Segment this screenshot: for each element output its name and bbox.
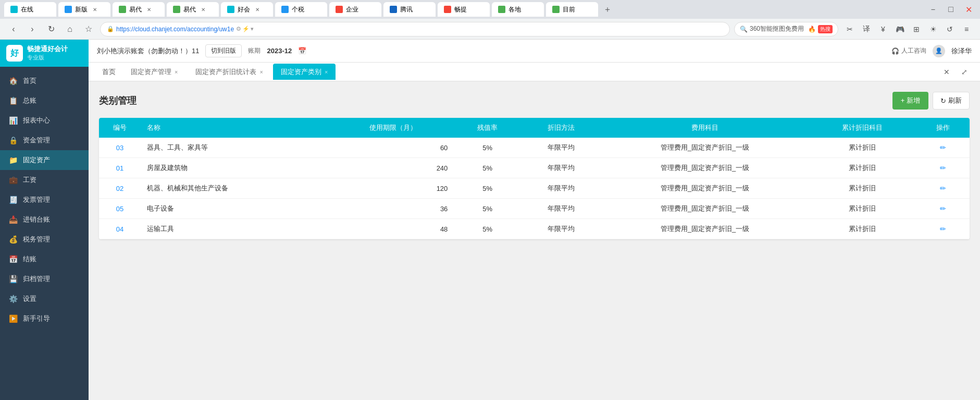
history-btn[interactable]: ↺ xyxy=(942,22,957,37)
cell-action: ✏ xyxy=(916,178,970,199)
edit-button[interactable]: ✏ xyxy=(940,204,946,213)
cell-name: 器具、工具、家具等 xyxy=(141,138,332,158)
cell-code[interactable]: 03 xyxy=(99,138,141,158)
cell-period: 60 xyxy=(332,138,454,158)
tab-close-btn[interactable]: ✕ xyxy=(255,7,259,13)
tab-depreciation-table[interactable]: 固定资产折旧统计表 × xyxy=(188,64,270,80)
cell-code[interactable]: 05 xyxy=(99,199,141,219)
edit-button[interactable]: ✏ xyxy=(940,225,946,233)
cell-code[interactable]: 01 xyxy=(99,158,141,178)
search-icon: 🔍 xyxy=(740,26,748,33)
sidebar-item-ledger[interactable]: 📋 总账 xyxy=(0,91,89,111)
edit-button[interactable]: ✏ xyxy=(940,184,946,192)
tab-close-category[interactable]: × xyxy=(325,69,328,75)
browser-tab-geshui[interactable]: 个税 xyxy=(275,2,327,17)
edit-button[interactable]: ✏ xyxy=(940,164,946,172)
cell-depreciation: 累计折旧 xyxy=(808,138,916,158)
close-panel-button[interactable]: ✕ xyxy=(939,65,954,79)
sidebar-item-capital[interactable]: 🔒 资金管理 xyxy=(0,130,89,150)
bookmark-button[interactable]: ☆ xyxy=(81,22,96,37)
tab-close-fixed-assets-mgmt[interactable]: × xyxy=(175,69,178,75)
search-bar[interactable]: 🔍 360智能抠图免费用 🔥 热搜 xyxy=(734,22,838,37)
expand-panel-button[interactable]: ⤢ xyxy=(957,65,972,79)
sidebar-item-fixed-assets[interactable]: 📁 固定资产 xyxy=(0,150,89,170)
cell-expense: 管理费用_固定资产折旧_一级 xyxy=(602,219,808,239)
cell-code[interactable]: 04 xyxy=(99,219,141,239)
sidebar-item-tax[interactable]: 💰 税务管理 xyxy=(0,229,89,249)
tab-close-btn[interactable]: ✕ xyxy=(93,7,97,13)
home-button[interactable]: ⌂ xyxy=(63,22,77,37)
cell-action: ✏ xyxy=(916,138,970,158)
browser-tab-yidai1[interactable]: 易代 ✕ xyxy=(113,2,165,17)
sidebar-item-purchase[interactable]: 📥 进销台账 xyxy=(0,210,89,229)
page-tabs: 首页 固定资产管理 × 固定资产折旧统计表 × 固定资产类别 × ✕ ⤢ xyxy=(89,63,980,81)
browser-tab-online[interactable]: 在线 xyxy=(4,2,56,17)
chart-icon: 📊 xyxy=(8,116,18,125)
tab-close-btn[interactable]: ✕ xyxy=(147,7,151,13)
maximize-button[interactable]: □ xyxy=(944,2,958,17)
sidebar-item-reports[interactable]: 📊 报表中心 xyxy=(0,111,89,130)
settings-icon: ⚙️ xyxy=(8,295,18,303)
sidebar-item-invoice[interactable]: 🧾 发票管理 xyxy=(0,190,89,210)
browser-tab-new[interactable]: 新版 ✕ xyxy=(58,2,110,17)
cell-expense: 管理费用_固定资产折旧_一级 xyxy=(602,138,808,158)
col-depreciation: 累计折旧科目 xyxy=(808,118,916,138)
sidebar-item-archive[interactable]: 💾 归档管理 xyxy=(0,269,89,289)
cell-residual: 5% xyxy=(454,178,520,199)
user-name: 徐泽华 xyxy=(951,46,972,56)
back-button[interactable]: ‹ xyxy=(6,22,21,37)
cell-code[interactable]: 02 xyxy=(99,178,141,199)
content-area: 类别管理 + 新增 ↻ 刷新 编号 名称 使用期限（月） 残值率 xyxy=(89,81,980,400)
add-button[interactable]: + 新增 xyxy=(892,92,928,110)
col-expense: 费用科目 xyxy=(602,118,808,138)
brightness-btn[interactable]: ☀ xyxy=(926,22,940,37)
sidebar-item-guide[interactable]: ▶️ 新手引导 xyxy=(0,309,89,329)
service-button[interactable]: 🎧 人工咨询 xyxy=(891,46,926,55)
reload-button[interactable]: ↻ xyxy=(44,22,58,37)
address-bar[interactable]: 🔒 https://cloud.chanjet.com/accounting/u… xyxy=(100,22,730,37)
tab-close-btn[interactable]: ✕ xyxy=(201,7,205,13)
translate-btn[interactable]: 译 xyxy=(859,22,874,37)
browser-tab-gedi[interactable]: 各地 xyxy=(492,2,544,17)
grid-btn[interactable]: ⊞ xyxy=(909,22,924,37)
scissors-btn[interactable]: ✂ xyxy=(842,22,857,37)
sidebar-item-settings[interactable]: ⚙️ 设置 xyxy=(0,289,89,309)
forward-button[interactable]: › xyxy=(25,22,40,37)
archive-icon: 💾 xyxy=(8,275,18,283)
edit-button[interactable]: ✏ xyxy=(940,143,946,152)
game-btn[interactable]: 🎮 xyxy=(892,22,907,37)
calendar-icon[interactable]: 📅 xyxy=(298,47,306,55)
table-row: 04 运输工具 48 5% 年限平均 管理费用_固定资产折旧_一级 累计折旧 ✏ xyxy=(99,219,970,239)
tab-close-depreciation[interactable]: × xyxy=(259,69,263,75)
browser-tab-yidai2[interactable]: 易代 ✕ xyxy=(167,2,219,17)
browser-tab-haohui[interactable]: 好会 ✕ xyxy=(221,2,273,17)
sidebar-item-closing[interactable]: 📅 结账 xyxy=(0,249,89,269)
browser-tab-bar: 在线 新版 ✕ 易代 ✕ 易代 ✕ 好会 ✕ 个税 企业 腾讯 畅提 各地 xyxy=(0,0,980,19)
cell-depreciation: 累计折旧 xyxy=(808,219,916,239)
refresh-button[interactable]: ↻ 刷新 xyxy=(933,92,970,110)
sidebar-item-payroll[interactable]: 💼 工资 xyxy=(0,170,89,190)
col-action: 操作 xyxy=(916,118,970,138)
wallet-btn[interactable]: ¥ xyxy=(876,22,890,37)
col-period: 使用期限（月） xyxy=(332,118,454,138)
close-button[interactable]: ✕ xyxy=(961,2,976,17)
new-tab-button[interactable]: ＋ xyxy=(600,2,615,17)
purchase-icon: 📥 xyxy=(8,215,18,224)
menu-btn[interactable]: ≡ xyxy=(959,22,974,37)
browser-tab-qiye[interactable]: 企业 xyxy=(329,2,381,17)
tab-fixed-assets-mgmt[interactable]: 固定资产管理 × xyxy=(123,64,185,80)
tab-asset-category[interactable]: 固定资产类别 × xyxy=(273,64,336,80)
browser-tab-changti[interactable]: 畅提 xyxy=(438,2,490,17)
cell-expense: 管理费用_固定资产折旧_一级 xyxy=(602,199,808,219)
tab-home[interactable]: 首页 xyxy=(97,64,121,80)
browser-tab-tengxun[interactable]: 腾讯 xyxy=(383,2,436,17)
ledger-icon: 📋 xyxy=(8,96,18,105)
browser-tab-muqian[interactable]: 目前 xyxy=(546,2,598,17)
cell-name: 房屋及建筑物 xyxy=(141,158,332,178)
browser-toolbar: ‹ › ↻ ⌂ ☆ 🔒 https://cloud.chanjet.com/ac… xyxy=(0,19,980,40)
sidebar-item-home[interactable]: 🏠 首页 xyxy=(0,71,89,91)
table-body: 03 器具、工具、家具等 60 5% 年限平均 管理费用_固定资产折旧_一级 累… xyxy=(99,138,970,239)
minimize-button[interactable]: － xyxy=(926,2,940,17)
switch-version-button[interactable]: 切到旧版 xyxy=(205,44,242,57)
cell-residual: 5% xyxy=(454,199,520,219)
